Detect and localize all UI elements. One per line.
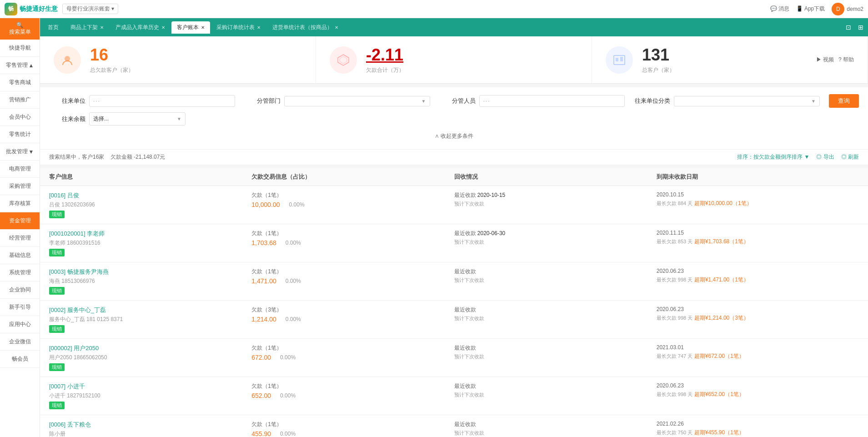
- filter-unit-category-input[interactable]: ▼: [674, 96, 820, 106]
- debt-amount: 1,703.68: [251, 239, 276, 246]
- customer-name[interactable]: [0001020001] 李老师: [49, 230, 251, 238]
- chevron-down-icon: ▼: [804, 154, 809, 160]
- tab-close-icon[interactable]: ✕: [335, 25, 338, 30]
- sidebar-item-search-menu[interactable]: 🔍 搜索菜单: [0, 18, 40, 40]
- customer-name[interactable]: [000002] 用户2050: [49, 344, 251, 352]
- app-download-link[interactable]: 📱 App下载: [796, 5, 825, 13]
- total-customers-label: 总客户（家）: [642, 66, 675, 74]
- sidebar-item-label: 企业微信: [9, 338, 31, 345]
- tab-product-history[interactable]: 产成品入库单历史 ✕: [110, 21, 171, 34]
- due-date: 2020.06.23: [657, 382, 859, 389]
- due-date-cell: 2021.02.26 最长欠款 750 天 超期¥455.90（1笔）: [657, 421, 859, 437]
- video-link[interactable]: ▶ 视频: [816, 56, 834, 64]
- due-date: 2020.06.23: [657, 268, 859, 274]
- debt-count: 欠款（1笔）: [251, 268, 454, 276]
- sidebar-item-batch-mgmt[interactable]: 批发管理 ▼: [0, 143, 40, 161]
- customer-phone: 陈小册: [49, 430, 251, 437]
- sidebar-item-vip-member[interactable]: 畅会员: [0, 351, 40, 368]
- sidebar-item-enterprise-coop[interactable]: 企业协同: [0, 281, 40, 299]
- overdue-days: 最长欠款 750 天: [657, 430, 692, 435]
- sort-label[interactable]: 排序：按欠款金额倒序排序 ▼: [737, 153, 809, 161]
- chevron-down-icon: ▼: [421, 99, 426, 104]
- filter-customer-unit-input[interactable]: ···: [89, 95, 235, 107]
- debt-ratio: 0.00%: [286, 316, 301, 322]
- sidebar-item-purchase-mgmt[interactable]: 采购管理: [0, 178, 40, 195]
- overdue-amount-link[interactable]: 超期¥1,214.00（3笔）: [694, 315, 749, 321]
- logo-area: 畅 畅捷通好生意: [5, 3, 58, 15]
- sidebar-item-capital-mgmt[interactable]: 资金管理: [0, 212, 40, 230]
- top-bar: 畅 畅捷通好生意 母婴行业演示账套 ▾ 💬 消息 📱 App下载 D demo2: [0, 0, 868, 18]
- message-link[interactable]: 💬 消息: [770, 5, 789, 13]
- sidebar-item-member-center[interactable]: 会员中心: [0, 109, 40, 126]
- overdue-amount-link[interactable]: 超期¥672.00（1笔）: [694, 353, 744, 359]
- customer-tag: 现销: [49, 325, 65, 333]
- tab-close-icon[interactable]: ✕: [201, 25, 205, 30]
- recovery-cell: 最近收款 2020-06-30 预计下次收款: [454, 230, 657, 246]
- refresh-button[interactable]: ◎ 刷新: [841, 153, 859, 161]
- due-date: 2020.06.23: [657, 306, 859, 312]
- recovery-next: 预计下次收款: [454, 315, 657, 322]
- tab-close-icon[interactable]: ✕: [257, 25, 261, 30]
- overdue-amount-link[interactable]: 超期¥10,000.00（1笔）: [694, 200, 752, 206]
- tab-home[interactable]: 首页: [42, 21, 64, 34]
- tab-close-icon[interactable]: ✕: [100, 25, 104, 30]
- customer-phone: 服务中心_丁磊 181 0125 8371: [49, 316, 251, 323]
- collapse-button[interactable]: ∧ 收起更多条件: [49, 130, 859, 142]
- tab-minimize-button[interactable]: ⊡: [843, 23, 853, 32]
- top-bar-left: 畅 畅捷通好生意 母婴行业演示账套 ▾: [5, 3, 118, 15]
- sidebar-item-sys-mgmt[interactable]: 系统管理: [0, 264, 40, 281]
- recovery-cell: 最近收款 预计下次收款: [454, 421, 657, 437]
- filter-department-input[interactable]: ▼: [284, 96, 430, 106]
- sidebar-item-ops-mgmt[interactable]: 经营管理: [0, 230, 40, 247]
- customer-name[interactable]: [0003] 畅捷服务尹海燕: [49, 268, 251, 276]
- sidebar-item-quick-nav[interactable]: 快捷导航: [0, 40, 40, 57]
- sidebar-item-inventory[interactable]: 库存核算: [0, 195, 40, 212]
- sidebar: 🔍 搜索菜单 快捷导航 零售管理 ▲ 零售商城 营销推广 会员中心 零售统计: [0, 18, 40, 437]
- result-summary: 搜索结果中，客户16家 欠款金额 -21,148.07元: [49, 153, 165, 161]
- tab-product-off[interactable]: 商品上下架 ✕: [65, 21, 109, 34]
- overdue-amount-link[interactable]: 超期¥455.90（1笔）: [694, 429, 744, 436]
- sidebar-item-enterprise-wechat[interactable]: 企业微信: [0, 333, 40, 351]
- tab-purchase-stat[interactable]: 进货单统计表（按商品） ✕: [267, 21, 344, 34]
- store-selector[interactable]: 母婴行业演示账套 ▾: [62, 4, 118, 14]
- sidebar-item-retail-stats[interactable]: 零售统计: [0, 126, 40, 143]
- debt-cell: 欠款（1笔） 672.00 0.00%: [251, 344, 454, 361]
- filter-balance-input[interactable]: 选择... ▼: [89, 112, 186, 126]
- filter-manager-input[interactable]: ···: [479, 95, 625, 107]
- tab-maximize-button[interactable]: ⊞: [856, 23, 866, 32]
- help-link[interactable]: ? 帮助: [838, 56, 854, 64]
- customer-name[interactable]: [0016] 吕俊: [49, 191, 251, 200]
- query-button[interactable]: 查询: [829, 94, 859, 108]
- overdue-days: 最长欠款 998 天: [657, 277, 692, 282]
- col-recovery: 回收情况: [454, 173, 657, 181]
- sidebar-item-label: 应用中心: [9, 321, 31, 327]
- collapse-icon: ∧: [435, 133, 441, 139]
- sidebar-item-marketing[interactable]: 营销推广: [0, 91, 40, 109]
- col-customer-info: 客户信息: [49, 173, 251, 181]
- sidebar-item-app-center[interactable]: 应用中心: [0, 316, 40, 333]
- filter-row-1: 往来单位 ··· 分管部门 ▼: [49, 94, 859, 108]
- sidebar-item-newbie-guide[interactable]: 新手引导: [0, 299, 40, 316]
- customer-name[interactable]: [0006] 丢下粮仓: [49, 421, 251, 429]
- tab-customer-account[interactable]: 客户账本 ✕: [171, 21, 210, 34]
- sidebar-item-retail-mall[interactable]: 零售商城: [0, 74, 40, 91]
- overdue-amount-link[interactable]: 超期¥652.00（1笔）: [694, 391, 744, 397]
- customer-name[interactable]: [0002] 服务中心_丁磊: [49, 306, 251, 314]
- overdue-amount-link[interactable]: 超期¥1,703.68（1笔）: [694, 238, 749, 245]
- sidebar-item-basic-info[interactable]: 基础信息: [0, 247, 40, 264]
- tab-purchase-order[interactable]: 采购订单统计表 ✕: [211, 21, 266, 34]
- export-icon: ◎: [816, 154, 823, 160]
- filter-customer-unit: 往来单位 ···: [49, 95, 235, 107]
- username[interactable]: demo2: [847, 6, 863, 12]
- debt-amount: 455.90: [251, 430, 271, 437]
- customer-name[interactable]: [0007] 小进千: [49, 382, 251, 391]
- summary-card-actions: ▶ 视频 ? 帮助: [816, 56, 854, 64]
- due-date-cell: 2020.06.23 最长欠款 998 天 超期¥1,214.00（3笔）: [657, 306, 859, 322]
- sidebar-item-retail-mgmt[interactable]: 零售管理 ▲: [0, 57, 40, 74]
- export-button[interactable]: ◎ 导出: [816, 153, 834, 161]
- debt-cell: 欠款（1笔） 10,000.00 0.00%: [251, 191, 454, 208]
- sidebar-item-label: 资金管理: [9, 217, 31, 224]
- sidebar-item-ecommerce[interactable]: 电商管理: [0, 161, 40, 178]
- tab-close-icon[interactable]: ✕: [161, 25, 165, 30]
- overdue-amount-link[interactable]: 超期¥1,471.00（1笔）: [694, 276, 749, 283]
